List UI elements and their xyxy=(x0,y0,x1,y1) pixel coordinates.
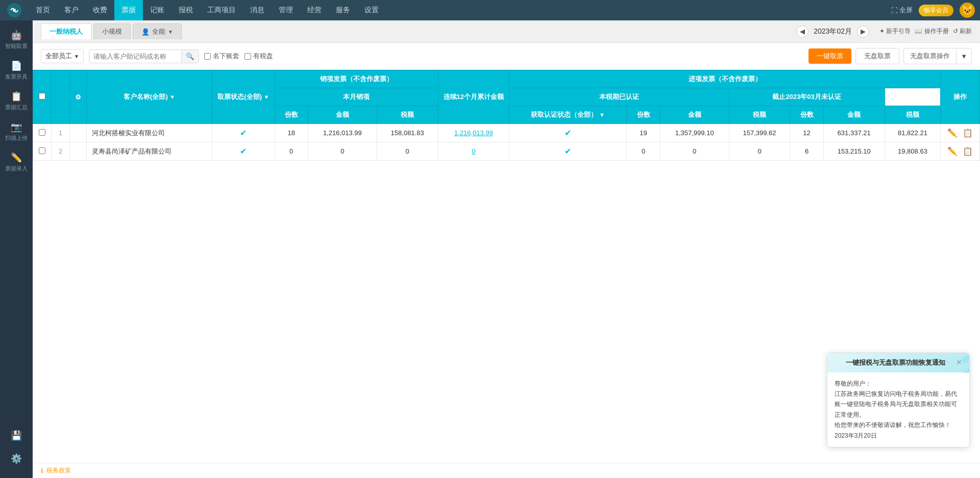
nav-business[interactable]: 工商项目 xyxy=(200,0,243,20)
row2-checkbox[interactable] xyxy=(33,142,52,161)
no-disk-fetch-button[interactable]: 无盘取票 xyxy=(855,48,899,64)
row2-cumulative-link[interactable]: 0 xyxy=(472,147,475,155)
row1-index: 1 xyxy=(52,124,70,142)
row1-qty1: 18 xyxy=(275,124,308,142)
table-row: 2 灵寿县尚泽矿产品有限公司 ✔ 0 0 0 0 ✔ 0 0 0 6 153,2… xyxy=(33,142,980,161)
employee-filter[interactable]: 全部员工 ▼ xyxy=(41,49,84,63)
nav-operation[interactable]: 经营 xyxy=(300,0,329,20)
notification-popup: 一键报税与无盘取票功能恢复通知 ✕ 尊敬的用户： 江苏政务网已恢复访问电子税务局… xyxy=(827,353,970,447)
sidebar-item-settings[interactable]: ⚙️ xyxy=(2,449,31,470)
sidebar-item-smart-fetch[interactable]: 🤖 智能取票 xyxy=(2,26,31,54)
row1-view-icon[interactable]: 📋 xyxy=(963,129,973,137)
row1-tax1: 158,081.83 xyxy=(377,124,438,142)
search-button[interactable]: 🔍 xyxy=(181,50,199,63)
employee-filter-label: 全部员工 xyxy=(45,52,72,61)
scan-upload-icon: 📷 xyxy=(11,121,22,133)
nav-service[interactable]: 服务 xyxy=(329,0,357,20)
th-amt2: 金额 xyxy=(660,106,729,124)
no-disk-ops-label: 无盘取票操作 xyxy=(904,48,956,64)
nav-right: ⛶ 全屏 畅享会员 🐱 xyxy=(891,3,975,18)
nav-invoice[interactable]: 票据 xyxy=(114,0,143,20)
row1-amt2: 1,357,999.10 xyxy=(660,124,729,142)
operation-manual-button[interactable]: 📖 操作手册 xyxy=(915,27,948,36)
nav-bookkeeping[interactable]: 记账 xyxy=(143,0,172,20)
cert-check-icon2: ✔ xyxy=(565,147,571,156)
row2-qty2: 0 xyxy=(627,142,660,161)
sidebar-item-invoice-open[interactable]: 📄 发票开具 xyxy=(2,56,31,85)
download-icon: 💾 xyxy=(11,430,22,441)
row2-edit-icon[interactable]: ✏️ xyxy=(947,147,958,156)
svg-point-2 xyxy=(962,357,968,364)
row2-settings xyxy=(70,142,87,161)
nav-customer[interactable]: 客户 xyxy=(57,0,86,20)
row2-actions: ✏️ 📋 xyxy=(941,142,980,161)
th-checkbox xyxy=(33,70,52,124)
nav-settings[interactable]: 设置 xyxy=(357,0,386,20)
sidebar-item-invoice-summary[interactable]: 📋 票据汇总 xyxy=(2,87,31,115)
chevron-down-icon: ▼ xyxy=(168,29,173,35)
tab-all[interactable]: 👤 全能 ▼ xyxy=(133,23,182,39)
no-disk-ops-dropdown[interactable]: 无盘取票操作 ▼ xyxy=(903,48,972,64)
row1-qty2: 19 xyxy=(627,124,660,142)
row1-settings xyxy=(70,124,87,142)
nav-home[interactable]: 首页 xyxy=(29,0,57,20)
refresh-button[interactable]: ↺ 刷新 xyxy=(953,27,972,36)
chevron-down-icon: ▼ xyxy=(74,54,79,59)
sidebar-item-scan-upload[interactable]: 📷 扫描上传 xyxy=(2,117,31,146)
nav-tax[interactable]: 报税 xyxy=(172,0,200,20)
notification-title: 一键报税与无盘取票功能恢复通知 xyxy=(846,358,945,367)
nav-message[interactable]: 消息 xyxy=(243,0,272,20)
row1-qty3: 12 xyxy=(790,124,823,142)
one-click-fetch-button[interactable]: 一键取票 xyxy=(808,48,851,64)
select-all-checkbox[interactable] xyxy=(39,93,45,99)
top-navigation: 首页 客户 收费 票据 记账 报税 工商项目 消息 管理 经营 服务 设置 ⛶ … xyxy=(0,0,980,20)
th-customer-name: 客户名称(全部) ▼ xyxy=(87,70,212,124)
th-tax1: 税额 xyxy=(377,106,438,124)
my-accounts-checkbox-input[interactable] xyxy=(204,53,211,60)
row1-cumulative-link[interactable]: 1,216,013.99 xyxy=(454,129,493,137)
tab-general-taxpayer[interactable]: 一般纳税人 xyxy=(41,23,91,39)
search-wrapper: 🔍 xyxy=(89,49,199,63)
has-tax-disk-checkbox-input[interactable] xyxy=(244,53,251,60)
sidebar-item-download[interactable]: 💾 xyxy=(2,426,31,447)
tab-small-scale[interactable]: 小规模 xyxy=(93,23,131,39)
period-next-button[interactable]: ▶ xyxy=(857,26,869,38)
check-icon2: ✔ xyxy=(240,147,247,156)
nav-manage[interactable]: 管理 xyxy=(272,0,300,20)
smart-fetch-icon: 🤖 xyxy=(11,30,22,41)
avatar[interactable]: 🐱 xyxy=(960,3,975,18)
th-sales-group: 销项发票（不含作废票） xyxy=(275,70,438,88)
row1-edit-icon[interactable]: ✏️ xyxy=(947,129,958,137)
row2-cert-status: ✔ xyxy=(509,142,627,161)
period-display: 2023年02月 xyxy=(814,27,852,36)
row2-view-icon[interactable]: 📋 xyxy=(963,147,973,156)
nav-fee[interactable]: 收费 xyxy=(86,0,114,20)
th-amt3: 金额 xyxy=(823,106,885,124)
row2-tax1: 0 xyxy=(377,142,438,161)
tab-small-scale-label: 小规模 xyxy=(102,27,122,36)
row2-tax3: 19,808.63 xyxy=(885,142,941,161)
row1-tax2: 157,399.62 xyxy=(729,124,790,142)
row1-amt1: 1,216,013.99 xyxy=(308,124,377,142)
dropdown-arrow-icon[interactable]: ▼ xyxy=(956,49,971,63)
search-input[interactable] xyxy=(89,51,181,62)
th-tax3: 税额 xyxy=(885,106,941,124)
check-icon: ✔ xyxy=(240,129,247,137)
row2-amt2: 0 xyxy=(660,142,729,161)
row1-customer: 河北柯搭梭实业有限公司 xyxy=(87,124,212,142)
my-accounts-checkbox[interactable]: 名下账套 xyxy=(204,52,239,61)
my-accounts-label: 名下账套 xyxy=(213,52,239,61)
sidebar: 🤖 智能取票 📄 发票开具 📋 票据汇总 📷 扫描上传 ✏️ 票据录入 💾 ⚙️ xyxy=(0,20,33,478)
invoice-summary-icon: 📋 xyxy=(11,91,22,102)
th-cumulative-12: 连续12个月累计金额 xyxy=(438,70,509,124)
new-user-guide-button[interactable]: ✦ 新手引导 xyxy=(879,27,911,36)
notification-body: 尊敬的用户： 江苏政务网已恢复访问电子税务局功能，易代账一键登陆电子税务局与无盘… xyxy=(827,372,969,447)
tax-policy-link[interactable]: 税务政策 xyxy=(46,466,71,475)
row1-actions: ✏️ 📋 xyxy=(941,124,980,142)
vip-button[interactable]: 畅享会员 xyxy=(919,5,953,16)
row1-checkbox[interactable] xyxy=(33,124,52,142)
has-tax-disk-checkbox[interactable]: 有税盘 xyxy=(244,52,273,61)
period-prev-button[interactable]: ◀ xyxy=(796,26,808,38)
fullscreen-button[interactable]: ⛶ 全屏 xyxy=(891,6,913,15)
sidebar-item-invoice-entry[interactable]: ✏️ 票据录入 xyxy=(2,148,31,177)
